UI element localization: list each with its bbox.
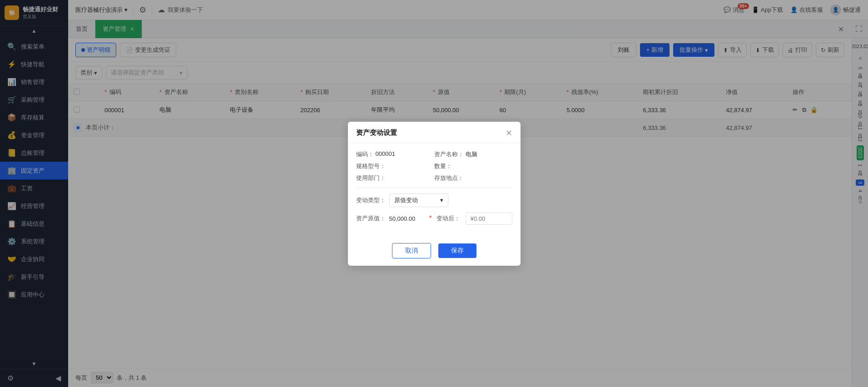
dialog-name-item: 资产名称： 电脑	[434, 150, 512, 159]
dialog-quantity-item: 数量：	[434, 162, 512, 170]
dialog-department-item: 使用部门：	[356, 174, 434, 182]
dialog-footer: 取消 保存	[348, 238, 521, 266]
dialog-location-item: 存放地点：	[434, 174, 512, 182]
dialog-name-value: 电脑	[466, 150, 477, 159]
dialog-code-value: 000001	[376, 150, 395, 159]
dialog-close-icon[interactable]: ✕	[506, 128, 512, 138]
change-type-dropdown-icon: ▾	[440, 197, 443, 203]
cancel-button[interactable]: 取消	[392, 243, 431, 258]
dialog-spec-item: 规格型号：	[356, 162, 434, 170]
dialog-spec-label: 规格型号：	[356, 162, 386, 170]
dialog-code-item: 编码： 000001	[356, 150, 434, 159]
change-type-value: 原值变动	[394, 196, 418, 204]
dialog-divider	[356, 188, 512, 188]
dialog-change-type-label: 变动类型：	[356, 196, 386, 204]
dialog-asset-value: 50,000.00	[389, 215, 426, 222]
dialog-code-label: 编码：	[356, 150, 374, 159]
dialog-title: 资产变动设置	[356, 129, 397, 137]
dialog-quantity-label: 数量：	[434, 162, 452, 170]
dialog-location-label: 存放地点：	[434, 174, 464, 182]
dialog-after-label: 变动后：	[436, 214, 460, 223]
dialog-department-label: 使用部门：	[356, 174, 386, 182]
dialog-after-input[interactable]	[466, 213, 512, 225]
asset-change-dialog: 资产变动设置 ✕ 编码： 000001 资产名称： 电脑 规格型号： 数量：	[348, 122, 521, 266]
dialog-change-type-field: 变动类型： 原值变动 ▾	[356, 194, 512, 207]
dialog-overlay: 资产变动设置 ✕ 编码： 000001 资产名称： 电脑 规格型号： 数量：	[0, 0, 868, 387]
dialog-name-label: 资产名称：	[434, 150, 464, 159]
dialog-asset-value-field: 资产原值： 50,000.00 * 变动后：	[356, 213, 512, 225]
dialog-header: 资产变动设置 ✕	[348, 122, 521, 143]
dialog-after-required: *	[429, 214, 432, 223]
save-button[interactable]: 保存	[438, 243, 476, 258]
dialog-asset-value-label: 资产原值：	[356, 214, 386, 223]
dialog-info-grid: 编码： 000001 资产名称： 电脑 规格型号： 数量： 使用部门：	[356, 150, 512, 182]
dialog-body: 编码： 000001 资产名称： 电脑 规格型号： 数量： 使用部门：	[348, 143, 521, 238]
change-type-select[interactable]: 原值变动 ▾	[389, 194, 448, 207]
